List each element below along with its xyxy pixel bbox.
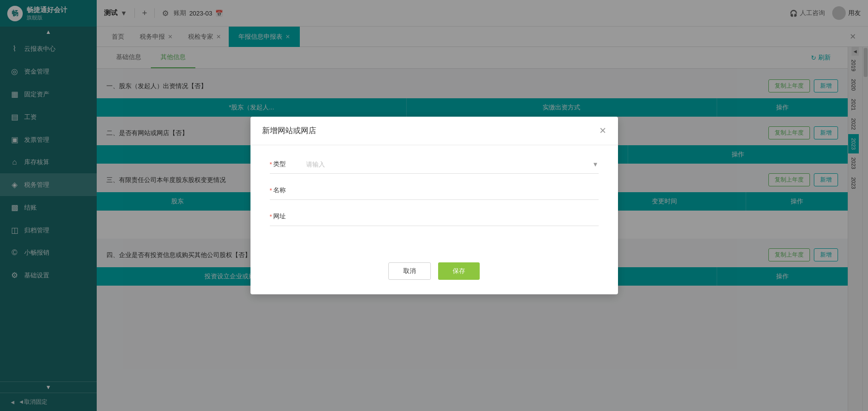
url-label: 网址	[273, 212, 302, 221]
add-website-modal: 新增网站或网店 ✕ * 类型 ▼ * 名称	[250, 117, 618, 294]
modal-header: 新增网站或网店 ✕	[250, 117, 618, 145]
field-name: * 名称	[270, 186, 599, 200]
field-name-row: * 名称	[270, 186, 599, 200]
url-input[interactable]	[302, 213, 599, 220]
modal-title: 新增网站或网店	[262, 126, 316, 136]
cancel-button[interactable]: 取消	[388, 262, 431, 280]
field-url: * 网址	[270, 212, 599, 226]
modal-footer: 取消 保存	[250, 253, 618, 294]
save-button[interactable]: 保存	[438, 262, 480, 280]
url-required-mark: *	[270, 213, 272, 220]
field-type-row: * 类型 ▼	[270, 160, 599, 174]
type-dropdown-icon[interactable]: ▼	[592, 161, 599, 168]
name-required-mark: *	[270, 187, 272, 194]
field-type: * 类型 ▼	[270, 160, 599, 174]
modal-body: * 类型 ▼ * 名称 * 网址	[250, 145, 618, 253]
type-label: 类型	[273, 160, 302, 168]
modal-close-button[interactable]: ✕	[599, 125, 606, 136]
modal-overlay: 新增网站或网店 ✕ * 类型 ▼ * 名称	[0, 0, 868, 411]
field-url-row: * 网址	[270, 212, 599, 226]
name-label: 名称	[273, 186, 302, 195]
name-input[interactable]	[302, 187, 599, 194]
type-required-mark: *	[270, 161, 272, 168]
type-input[interactable]	[302, 161, 592, 168]
